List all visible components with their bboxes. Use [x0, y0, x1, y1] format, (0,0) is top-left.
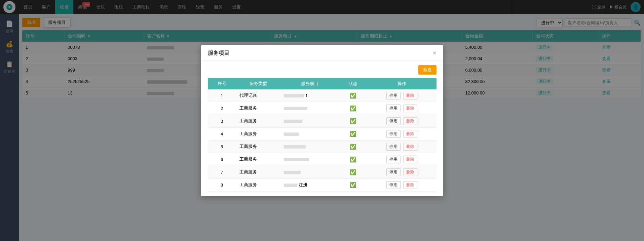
status-check-icon: ✅ — [350, 169, 356, 175]
modal-table-wrapper: 序号 服务类型 服务项目 状态 操作 1 代理记账 1 ✅ 停用 — [208, 78, 437, 192]
modal-header-row: 序号 服务类型 服务项目 状态 操作 — [208, 78, 437, 89]
modal-col-status: 状态 — [339, 78, 367, 89]
service-items-table: 序号 服务类型 服务项目 状态 操作 1 代理记账 1 ✅ 停用 — [208, 78, 437, 192]
stop-button[interactable]: 停用 — [386, 143, 401, 151]
modal-col-action: 操作 — [368, 78, 437, 89]
stop-button[interactable]: 停用 — [386, 156, 401, 163]
modal-table-row: 7 工商服务 ✅ 停用 删除 — [208, 166, 437, 178]
stop-button[interactable]: 停用 — [386, 168, 401, 176]
stop-button[interactable]: 停用 — [386, 181, 401, 189]
modal-table-row: 5 工商服务 ✅ 停用 删除 — [208, 140, 437, 153]
modal-table-row: 8 工商服务 注册 ✅ 停用 删除 — [208, 178, 437, 191]
modal-table-row: 3 工商服务 ✅ 停用 删除 — [208, 115, 437, 127]
stop-button[interactable]: 停用 — [386, 92, 401, 99]
status-check-icon: ✅ — [350, 106, 356, 111]
service-items-modal: 服务项目 × 新建 序号 服务类型 服务项目 状态 操作 1 — [201, 45, 443, 196]
modal-new-button[interactable]: 新建 — [418, 65, 437, 75]
stop-button[interactable]: 停用 — [386, 130, 401, 138]
stop-button[interactable]: 停用 — [386, 117, 401, 125]
modal-col-type: 服务类型 — [236, 78, 280, 89]
status-check-icon: ✅ — [350, 118, 356, 124]
delete-button[interactable]: 删除 — [403, 181, 417, 189]
status-check-icon: ✅ — [350, 182, 356, 188]
modal-title: 服务项目 — [208, 50, 229, 57]
delete-button[interactable]: 删除 — [403, 156, 417, 163]
modal-col-item: 服务项目 — [280, 78, 339, 89]
modal-table-row: 6 工商服务 ✅ 停用 删除 — [208, 153, 437, 166]
delete-button[interactable]: 删除 — [403, 168, 417, 176]
delete-button[interactable]: 删除 — [403, 130, 417, 138]
delete-button[interactable]: 删除 — [403, 143, 417, 151]
modal-col-seq: 序号 — [208, 78, 236, 89]
modal-table-row: 1 代理记账 1 ✅ 停用 删除 — [208, 89, 437, 102]
delete-button[interactable]: 删除 — [403, 92, 417, 99]
modal-table-row: 4 工商服务 ✅ 停用 删除 — [208, 127, 437, 140]
status-check-icon: ✅ — [350, 157, 356, 162]
modal-close-button[interactable]: × — [433, 50, 437, 57]
modal-header: 服务项目 × — [201, 45, 443, 61]
modal-body: 新建 序号 服务类型 服务项目 状态 操作 1 代理记账 — [201, 61, 443, 196]
status-check-icon: ✅ — [350, 131, 356, 137]
modal-table-row: 2 工商服务 ✅ 停用 删除 — [208, 102, 437, 115]
stop-button[interactable]: 停用 — [386, 105, 401, 112]
status-check-icon: ✅ — [350, 144, 356, 150]
delete-button[interactable]: 删除 — [403, 117, 417, 125]
delete-button[interactable]: 删除 — [403, 105, 417, 112]
modal-toolbar: 新建 — [208, 65, 437, 75]
status-check-icon: ✅ — [350, 93, 356, 98]
